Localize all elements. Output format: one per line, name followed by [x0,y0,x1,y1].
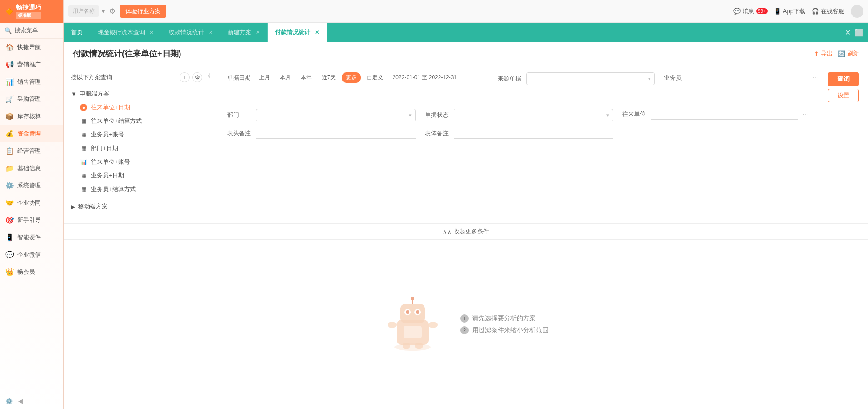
filter-row-2: 部门 ▾ 单据状态 ▾ 往来单位 [227,109,859,121]
tab-new-scheme-close[interactable]: ✕ [256,30,260,35]
scheme-mobile-group: ▶ 移动端方案 [71,200,210,213]
staff-dots[interactable]: ··· [811,74,821,82]
tab-home[interactable]: 首页 [64,23,90,42]
tabbar-expand-btn[interactable]: ⬜ [854,28,863,37]
sidebar-item-label: 经营管理 [17,147,41,155]
date-opt-more[interactable]: 更多 [342,72,361,83]
scheme-item-dept-date[interactable]: ▦ 部门+日期 [71,141,210,155]
status-select[interactable]: ▾ [454,109,614,121]
dept-arrow: ▾ [409,112,412,118]
main-area: 用户名称 ▾ ⚙ 体验行业方案 💬 消息 99+ 📱 App下载 🎧 在线客服 … [64,0,868,409]
collapse-icon: ∧∧ [443,228,452,235]
sidebar-item-system[interactable]: ⚙️ 系统管理 [0,177,63,194]
scheme-item-vendor-settle[interactable]: ▦ 往来单位+结算方式 [71,114,210,128]
topbar-avatar[interactable] [851,5,863,18]
scheme-actions: + ⚙ 《 [180,72,210,82]
scheme-icon: ▦ [80,145,87,152]
topbar-settings-icon[interactable]: ⚙ [107,7,117,15]
page-content: 付款情况统计(往来单位+日期) ⬆ 导出 🔄 刷新 按以下方案查询 + [64,42,868,409]
staff-label: 业务员 [664,74,689,82]
sidebar-item-guide[interactable]: 🎯 新手引导 [0,212,63,229]
sidebar: 🔶 畅捷通巧 标准版 🔍 搜索菜单 🏠 快捷导航 📢 营销推广 📊 销售管理 🛒… [0,0,64,409]
robot-svg [383,295,442,354]
date-opt-this-year[interactable]: 本年 [297,72,316,83]
tab-receipt-stats[interactable]: 收款情况统计 ✕ [161,23,220,42]
header-note-input[interactable] [256,128,416,139]
scheme-item-label: 往来单位+账号 [91,158,130,166]
scheme-collapse-btn[interactable]: 《 [205,72,210,82]
tip-text-1: 请先选择要分析的方案 [472,314,536,323]
tabbar-close-btn[interactable]: ✕ [845,28,851,37]
scheme-item-vendor-account[interactable]: 📊 往来单位+账号 [71,155,210,169]
topbar-online-service[interactable]: 🎧 在线客服 [812,7,844,15]
date-opt-last-month[interactable]: 上月 [255,72,274,83]
scheme-item-staff-account[interactable]: ▦ 业务员+账号 [71,128,210,141]
scheme-mobile-title[interactable]: ▶ 移动端方案 [71,200,210,213]
sidebar-item-hardware[interactable]: 📱 智能硬件 [0,229,63,246]
date-opt-custom[interactable]: 自定义 [363,72,387,83]
filter-dept-item: 部门 ▾ [227,109,416,121]
dept-select[interactable]: ▾ [256,109,416,121]
refresh-btn[interactable]: 🔄 刷新 [838,50,859,58]
footer-collapse-icon[interactable]: ◀ [18,398,23,404]
scheme-item-label: 往来单位+结算方式 [91,117,142,125]
tab-payment-stats-close[interactable]: ✕ [315,30,319,35]
tab-bank-flow[interactable]: 现金银行流水查询 ✕ [90,23,161,42]
body-note-input[interactable] [454,128,614,139]
purchase-icon: 🛒 [5,95,14,103]
tab-new-scheme[interactable]: 新建方案 ✕ [220,23,268,42]
partner-dots[interactable]: ··· [801,110,811,118]
sidebar-item-quick-nav[interactable]: 🏠 快捷导航 [0,39,63,56]
sidebar-item-funds[interactable]: 💰 资金管理 [0,125,63,142]
sidebar-item-wechat[interactable]: 💬 企业微信 [0,246,63,263]
wechat-icon: 💬 [5,251,14,259]
scheme-add-btn[interactable]: + [180,72,190,82]
scheme-mobile-label: 移动端方案 [78,202,108,211]
scheme-item-vendor-date[interactable]: ● 往来单位+日期 [71,101,210,114]
sidebar-item-marketing[interactable]: 📢 营销推广 [0,56,63,73]
sidebar-item-vip[interactable]: 👑 畅会员 [0,263,63,281]
collapse-more-btn[interactable]: ∧∧ 收起更多条件 [443,227,489,236]
query-btn[interactable]: 查询 [828,72,859,86]
tab-bank-flow-close[interactable]: ✕ [150,30,154,35]
partner-input[interactable] [651,109,797,120]
filter-partner-item: 往来单位 ··· [622,109,811,120]
inventory-icon: 📦 [5,112,14,121]
sidebar-item-inventory[interactable]: 📦 库存核算 [0,108,63,125]
page-header: 付款情况统计(往来单位+日期) ⬆ 导出 🔄 刷新 [64,42,868,66]
date-opt-this-month[interactable]: 本月 [276,72,295,83]
scheme-icon: ▦ [80,186,87,193]
sidebar-item-basics[interactable]: 📁 基础信息 [0,160,63,177]
filter-status-item: 单据状态 ▾ [425,109,614,121]
status-arrow: ▾ [606,112,609,118]
tab-receipt-stats-close[interactable]: ✕ [209,30,213,35]
footer-settings-icon[interactable]: ⚙️ [5,398,13,404]
sidebar-item-enterprise[interactable]: 🤝 企业协同 [0,194,63,212]
date-opt-7days[interactable]: 近7天 [318,72,340,83]
topbar-message[interactable]: 💬 消息 99+ [733,7,768,15]
scheme-item-label: 业务员+账号 [91,131,124,139]
scheme-panel: 按以下方案查询 + ⚙ 《 ▼ 电脑端方案 ● [64,66,218,223]
scheme-item-staff-date[interactable]: ▦ 业务员+日期 [71,169,210,182]
sidebar-item-operations[interactable]: 📋 经营管理 [0,142,63,160]
trial-btn[interactable]: 体验行业方案 [120,5,166,18]
topbar-app-download[interactable]: 📱 App下载 [774,7,805,15]
scheme-pc-title[interactable]: ▼ 电脑端方案 [71,87,210,101]
header-note-label: 表头备注 [227,129,252,137]
quick-nav-icon: 🏠 [5,43,14,51]
filter-row-1: 单据日期 上月 本月 本年 近7天 更多 自定义 2022-01-01 至 20… [227,72,859,102]
sidebar-item-purchase[interactable]: 🛒 采购管理 [0,91,63,108]
source-select[interactable]: ▾ [526,72,654,85]
empty-illustration [383,295,442,354]
enterprise-icon: 🤝 [5,199,14,207]
empty-state: 1 请先选择要分析的方案 2 用过滤条件来缩小分析范围 [64,240,868,409]
staff-input[interactable] [693,72,808,83]
settings-btn[interactable]: 设置 [828,89,859,102]
export-btn[interactable]: ⬆ 导出 [814,50,833,58]
scheme-item-staff-settle[interactable]: ▦ 业务员+结算方式 [71,182,210,196]
sidebar-item-sales[interactable]: 📊 销售管理 [0,73,63,91]
topbar-dropdown-arrow[interactable]: ▾ [102,8,105,15]
scheme-settings-btn[interactable]: ⚙ [192,72,202,82]
tab-payment-stats[interactable]: 付款情况统计 ✕ [268,23,327,42]
search-menu[interactable]: 🔍 搜索菜单 [0,23,63,39]
